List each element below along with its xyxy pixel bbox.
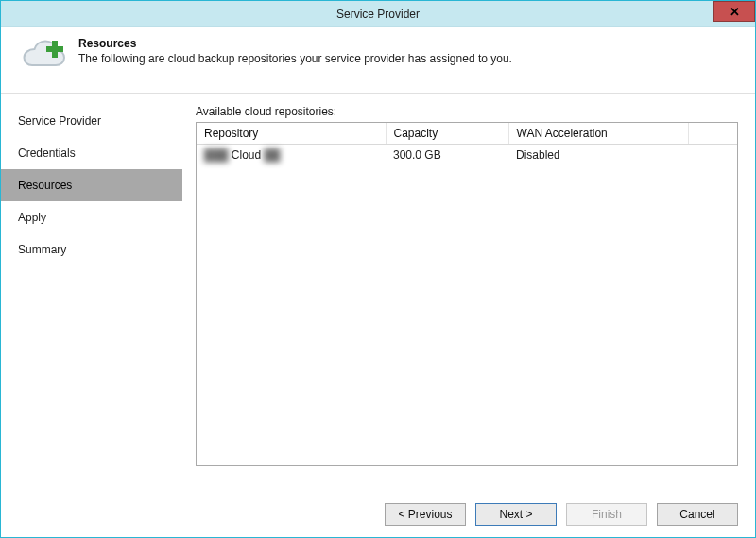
cell-capacity: 300.0 GB — [386, 145, 508, 166]
next-button[interactable]: Next > — [475, 503, 557, 526]
cancel-button[interactable]: Cancel — [657, 503, 738, 526]
cloud-plus-icon — [22, 39, 67, 78]
cell-repository: ███ Cloud ██ — [197, 145, 386, 166]
dialog-window: Service Provider ✕ Resources The followi… — [0, 0, 756, 538]
previous-button[interactable]: < Previous — [385, 503, 466, 526]
dialog-body: Service Provider Credentials Resources A… — [1, 94, 755, 491]
sidebar-item-apply[interactable]: Apply — [1, 201, 182, 234]
repositories-table-container: Repository Capacity WAN Acceleration ███… — [196, 122, 738, 466]
section-label: Available cloud repositories: — [196, 105, 738, 118]
repositories-table: Repository Capacity WAN Acceleration ███… — [197, 123, 737, 165]
dialog-header: Resources The following are cloud backup… — [1, 27, 755, 94]
finish-button: Finish — [566, 503, 647, 526]
sidebar-item-summary[interactable]: Summary — [1, 234, 182, 266]
sidebar-item-credentials[interactable]: Credentials — [1, 137, 182, 169]
col-header-repository[interactable]: Repository — [197, 123, 386, 145]
page-title: Resources — [78, 37, 734, 50]
sidebar-item-service-provider[interactable]: Service Provider — [1, 105, 182, 137]
page-description: The following are cloud backup repositor… — [78, 52, 734, 65]
col-header-spacer — [688, 123, 737, 145]
sidebar-item-resources[interactable]: Resources — [1, 169, 182, 201]
cell-wan: Disabled — [508, 145, 688, 166]
header-text-block: Resources The following are cloud backup… — [78, 37, 734, 65]
table-header-row: Repository Capacity WAN Acceleration — [197, 123, 737, 145]
dialog-button-row: < Previous Next > Finish Cancel — [385, 503, 738, 526]
close-icon[interactable]: ✕ — [713, 1, 755, 22]
svg-rect-1 — [46, 46, 63, 52]
col-header-capacity[interactable]: Capacity — [386, 123, 508, 145]
redacted-text: ██ — [265, 148, 281, 162]
redacted-text: ███ — [204, 148, 229, 162]
window-title: Service Provider — [336, 8, 420, 21]
main-panel: Available cloud repositories: Repository… — [182, 94, 755, 491]
table-row[interactable]: ███ Cloud ██ 300.0 GB Disabled — [197, 145, 737, 166]
titlebar: Service Provider ✕ — [1, 1, 755, 27]
repository-name-part: Cloud — [232, 148, 261, 162]
wizard-sidebar: Service Provider Credentials Resources A… — [1, 94, 182, 491]
col-header-wan[interactable]: WAN Acceleration — [508, 123, 688, 145]
